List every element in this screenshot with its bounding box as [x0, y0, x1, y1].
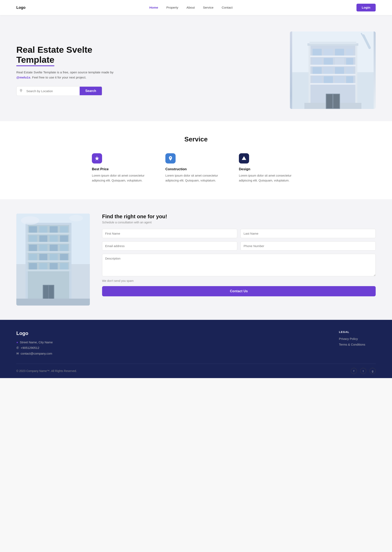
design-desc: Lorem ipsum dolor sit amet consectetur a…: [239, 173, 300, 183]
find-title: Find the right one for you!: [102, 214, 376, 220]
svg-rect-30: [309, 42, 356, 44]
footer-top: Logo ● Street Name, City Name ✆ +9051290…: [16, 330, 376, 364]
nav-link-home[interactable]: Home: [149, 6, 158, 9]
google-icon[interactable]: g: [370, 368, 376, 374]
svg-rect-53: [29, 263, 37, 270]
name-row: [102, 229, 376, 238]
footer-legal-heading: LEGAL: [339, 330, 376, 334]
phone-icon: ✆: [16, 346, 19, 350]
svg-rect-47: [50, 245, 58, 251]
footer-copyright: © 2023 Company Name™. All Rights Reserve…: [16, 369, 77, 373]
svg-rect-43: [50, 236, 58, 242]
svg-rect-61: [26, 270, 71, 271]
svg-rect-41: [29, 236, 37, 242]
svg-rect-50: [39, 254, 47, 261]
footer-social: f t g: [351, 368, 376, 374]
svg-rect-17: [312, 76, 322, 83]
best-price-desc: Lorem ipsum dolor sit amet consectetur a…: [92, 173, 153, 183]
svg-rect-19: [335, 76, 344, 83]
svg-rect-15: [335, 67, 344, 74]
svg-rect-60: [26, 260, 71, 262]
hero-section: Real Estate Svelte Template Real Estate …: [0, 15, 392, 121]
nav-link-contact[interactable]: Contact: [222, 6, 232, 9]
construction-icon: [165, 153, 175, 164]
last-name-input[interactable]: [240, 229, 376, 238]
footer-email: ✉ contact@company.com: [16, 352, 53, 355]
location-icon: ●: [16, 341, 18, 344]
search-bar: Search: [16, 86, 102, 96]
service-section: Service Best Price Lorem ipsum dolor sit…: [0, 121, 392, 199]
no-spam-text: We don't send you spam: [102, 279, 376, 282]
facebook-icon[interactable]: f: [351, 368, 357, 374]
svg-rect-58: [26, 242, 71, 244]
svg-rect-13: [312, 67, 322, 74]
svg-rect-9: [312, 58, 322, 65]
nav-link-service[interactable]: Service: [203, 6, 214, 9]
svg-rect-65: [16, 299, 90, 306]
svg-rect-40: [60, 226, 68, 233]
phone-input[interactable]: [240, 241, 376, 251]
svg-rect-27: [326, 94, 332, 108]
service-card-design: Design Lorem ipsum dolor sit amet consec…: [239, 153, 300, 183]
svg-rect-10: [324, 58, 333, 65]
svg-rect-45: [29, 245, 37, 251]
svg-rect-6: [324, 49, 333, 56]
hero-left: Real Estate Svelte Template Real Estate …: [16, 45, 123, 96]
email-input[interactable]: [102, 241, 237, 251]
svg-rect-46: [39, 245, 47, 251]
find-subtitle: Schedule a consultation with an agent: [102, 221, 376, 224]
service-card-best-price: Best Price Lorem ipsum dolor sit amet co…: [92, 153, 153, 183]
first-name-input[interactable]: [102, 229, 237, 238]
svg-rect-44: [60, 236, 68, 242]
construction-desc: Lorem ipsum dolor sit amet consectetur a…: [165, 173, 227, 183]
nav-link-about[interactable]: About: [186, 6, 195, 9]
svg-rect-16: [346, 67, 353, 74]
design-icon: [239, 153, 249, 164]
footer-address: ● Street Name, City Name: [16, 341, 53, 344]
svg-rect-56: [60, 263, 68, 270]
svg-rect-22: [310, 65, 356, 66]
svg-rect-24: [310, 83, 356, 85]
location-icon: [17, 86, 25, 96]
svg-point-0: [21, 90, 21, 91]
privacy-policy-link[interactable]: Privacy Policy: [339, 337, 376, 340]
svg-rect-12: [346, 58, 353, 65]
search-input[interactable]: [25, 87, 80, 95]
svg-rect-21: [310, 56, 356, 57]
hero-right: [278, 31, 376, 109]
description-textarea[interactable]: [102, 254, 376, 276]
service-title: Service: [16, 136, 376, 143]
footer: Logo ● Street Name, City Name ✆ +9051290…: [0, 320, 392, 378]
footer-phone: ✆ +9051290512: [16, 346, 53, 350]
svg-rect-55: [50, 263, 58, 270]
svg-point-67: [69, 215, 83, 222]
svg-rect-8: [346, 49, 353, 56]
svg-rect-39: [50, 226, 58, 233]
nav-link-property[interactable]: Property: [166, 6, 178, 9]
svg-rect-52: [60, 254, 68, 261]
hero-building-image: [290, 31, 376, 109]
hero-description: Real Estate Svelte Template is a free, o…: [16, 70, 123, 80]
svg-rect-38: [39, 226, 47, 233]
twitter-icon[interactable]: t: [360, 368, 366, 374]
contact-button[interactable]: Contact Us: [102, 286, 376, 296]
best-price-icon: [92, 153, 102, 164]
contact-row: [102, 241, 376, 251]
hero-author-link[interactable]: @melu1s: [16, 76, 30, 79]
find-form: Find the right one for you! Schedule a c…: [102, 214, 376, 306]
terms-conditions-link[interactable]: Terms & Conditions: [339, 343, 376, 346]
svg-rect-14: [324, 67, 333, 74]
login-button[interactable]: Login: [357, 4, 376, 11]
navbar-logo: Logo: [16, 5, 26, 10]
footer-logo: Logo: [16, 330, 53, 336]
svg-rect-57: [26, 233, 71, 235]
navbar-links: Home Property About Service Contact: [149, 6, 233, 9]
svg-rect-51: [50, 254, 58, 261]
service-cards: Best Price Lorem ipsum dolor sit amet co…: [16, 153, 376, 183]
construction-title: Construction: [165, 167, 227, 171]
svg-rect-7: [335, 49, 344, 56]
svg-rect-11: [335, 58, 344, 65]
svg-rect-54: [39, 263, 47, 270]
search-button[interactable]: Search: [80, 87, 102, 95]
design-title: Design: [239, 167, 300, 171]
